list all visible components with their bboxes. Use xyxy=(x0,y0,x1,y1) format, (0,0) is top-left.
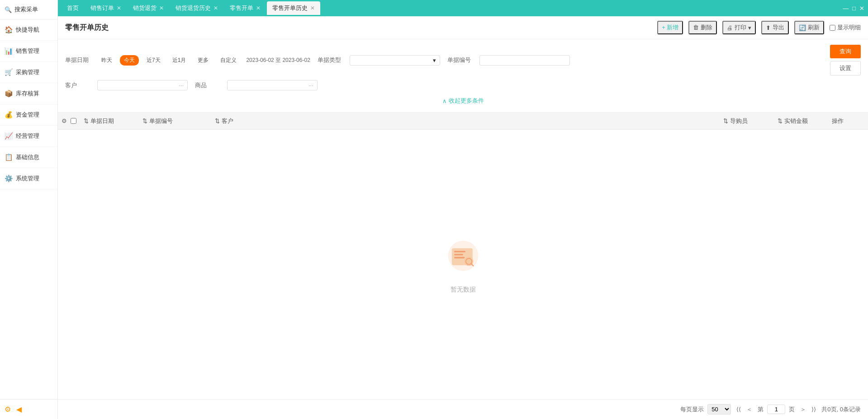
show-detail-label[interactable]: 显示明细 xyxy=(830,24,861,32)
search-icon: 🔍 xyxy=(5,6,12,13)
last-page-btn[interactable]: ⟩⟩ xyxy=(810,405,818,414)
setting-button[interactable]: 设置 xyxy=(830,61,861,75)
sidebar-item-purchase-mgmt[interactable]: 🛒 采购管理 xyxy=(0,62,57,83)
col-customer-label: 客户 xyxy=(222,117,233,125)
tab-sales-order[interactable]: 销售订单 ✕ xyxy=(85,1,127,15)
tab-retail-open-history-close[interactable]: ✕ xyxy=(310,5,315,11)
settings-icon[interactable]: ⚙ xyxy=(5,405,11,414)
query-button[interactable]: 查询 xyxy=(830,45,861,58)
col-header-guide[interactable]: ⇅ 导购员 xyxy=(720,117,774,125)
page-input[interactable] xyxy=(767,405,785,414)
tab-retail-open[interactable]: 零售开单 ✕ xyxy=(224,1,266,15)
sidebar-item-label: 销售管理 xyxy=(16,47,39,55)
sidebar-search-label: 搜索采单 xyxy=(14,5,38,14)
sidebar-item-inventory[interactable]: 📦 库存核算 xyxy=(0,83,57,104)
filter-area: 单据日期 昨天 今天 近7天 近1月 更多 自定义 2023-06-02 至 2… xyxy=(58,39,868,113)
sidebar-item-sales-mgmt[interactable]: 📊 销售管理 xyxy=(0,41,57,62)
tab-home-label: 首页 xyxy=(67,4,79,12)
collapse-icon: ∧ xyxy=(442,98,447,104)
col-header-sn[interactable]: ⇅ 单据编号 xyxy=(139,117,211,125)
sidebar-item-finance[interactable]: 💰 资金管理 xyxy=(0,104,57,126)
date-btn-more[interactable]: 更多 xyxy=(194,55,213,66)
col-header-customer[interactable]: ⇅ 客户 xyxy=(211,117,720,125)
tab-retail-open-label: 零售开单 xyxy=(230,4,253,12)
print-arrow: ▾ xyxy=(748,24,751,31)
col-header-date[interactable]: ⇅ 单据日期 xyxy=(80,117,139,125)
col-header-amount[interactable]: ⇅ 实销金额 xyxy=(774,117,828,125)
tab-sales-return-close[interactable]: ✕ xyxy=(159,5,164,11)
collapse-icon[interactable]: ◀ xyxy=(16,405,22,414)
refresh-label: 刷新 xyxy=(808,24,820,32)
next-page-btn[interactable]: ＞ xyxy=(798,405,808,414)
first-page-btn[interactable]: ⟨⟨ xyxy=(735,405,743,414)
collapse-btn[interactable]: ∧ 收起更多条件 xyxy=(65,95,861,107)
export-icon: ⬆ xyxy=(766,24,771,31)
date-btn-7days[interactable]: 近7天 xyxy=(142,55,165,66)
col-guide-label: 导购员 xyxy=(730,117,748,125)
home-icon: 🏠 xyxy=(5,26,13,34)
goods-select[interactable]: ··· xyxy=(227,80,318,90)
tab-retail-open-history-label: 零售开单历史 xyxy=(272,4,308,12)
sidebar-item-quick-nav[interactable]: 🏠 快捷导航 xyxy=(0,19,57,41)
page-title: 零售开单历史 xyxy=(65,23,109,33)
page-header: 零售开单历史 + 新增 🗑 删除 🖨 打印 ▾ ⬆ 导出 🔄 刷新 xyxy=(58,16,868,39)
sort-icon: ⇅ xyxy=(723,118,728,124)
sidebar-item-label: 采购管理 xyxy=(16,68,39,76)
sidebar-item-label: 基础信息 xyxy=(16,153,39,161)
prev-page-btn[interactable]: ＜ xyxy=(745,405,754,414)
sidebar-item-label: 库存核算 xyxy=(16,89,39,98)
show-detail-checkbox[interactable] xyxy=(830,25,835,31)
sn-label: 单据编号 xyxy=(447,56,472,64)
operation-icon: 📈 xyxy=(5,132,13,140)
print-icon: 🖨 xyxy=(727,24,733,31)
tab-retail-open-close[interactable]: ✕ xyxy=(256,5,261,11)
sort-icon: ⇅ xyxy=(142,118,147,124)
export-button[interactable]: ⬆ 导出 xyxy=(761,21,789,34)
date-btn-today[interactable]: 今天 xyxy=(120,55,139,66)
delete-button[interactable]: 🗑 删除 xyxy=(688,21,717,34)
customer-dots: ··· xyxy=(179,82,184,89)
collapse-label: 收起更多条件 xyxy=(449,97,484,105)
refresh-button[interactable]: 🔄 刷新 xyxy=(794,21,824,34)
select-all-checkbox[interactable] xyxy=(71,118,76,124)
customer-label: 客户 xyxy=(65,81,90,89)
column-settings-icon[interactable]: ⚙ xyxy=(62,118,67,124)
filter-row-1: 单据日期 昨天 今天 近7天 近1月 更多 自定义 2023-06-02 至 2… xyxy=(65,45,861,75)
tab-retail-open-history[interactable]: 零售开单历史 ✕ xyxy=(267,1,320,15)
col-header-action: 操作 xyxy=(828,117,864,125)
date-btn-yesterday[interactable]: 昨天 xyxy=(97,55,116,66)
sidebar-item-operation[interactable]: 📈 经营管理 xyxy=(0,126,57,147)
table-header: ⚙ ⇅ 单据日期 ⇅ 单据编号 ⇅ 客户 ⇅ 导购员 xyxy=(58,113,868,130)
cart-icon: 🛒 xyxy=(5,68,13,76)
tab-sales-order-close[interactable]: ✕ xyxy=(117,5,121,11)
sidebar-search[interactable]: 🔍 搜索采单 xyxy=(0,0,57,19)
window-close[interactable]: ✕ xyxy=(859,5,864,12)
pagination: 每页显示 50 10 20 100 ⟨⟨ ＜ 第 页 ＞ ⟩⟩ 共0页, 0条记… xyxy=(58,399,868,419)
tab-sales-return-history-close[interactable]: ✕ xyxy=(213,5,218,11)
chart-icon: 📊 xyxy=(5,47,13,55)
print-label: 打印 xyxy=(735,24,746,32)
customer-select[interactable]: ··· xyxy=(97,80,188,90)
sidebar-item-basic-info[interactable]: 📋 基础信息 xyxy=(0,147,57,168)
goods-label: 商品 xyxy=(195,81,220,89)
tab-home[interactable]: 首页 xyxy=(62,1,84,15)
date-filters: 昨天 今天 近7天 近1月 更多 自定义 2023-06-02 至 2023-0… xyxy=(97,55,310,66)
new-button[interactable]: + 新增 xyxy=(657,21,683,34)
sidebar-item-sys-mgmt[interactable]: ⚙️ 系统管理 xyxy=(0,168,57,189)
sidebar-item-label: 快捷导航 xyxy=(16,26,39,34)
tab-sales-return[interactable]: 销货退货 ✕ xyxy=(128,1,169,15)
tab-sales-return-history[interactable]: 销货退货历史 ✕ xyxy=(170,1,223,15)
print-button[interactable]: 🖨 打印 ▾ xyxy=(722,21,756,34)
sn-input[interactable] xyxy=(479,55,570,66)
tab-sales-order-label: 销售订单 xyxy=(90,4,114,12)
window-minimize[interactable]: — xyxy=(843,5,849,12)
table-area: ⚙ ⇅ 单据日期 ⇅ 单据编号 ⇅ 客户 ⇅ 导购员 xyxy=(58,113,868,399)
date-btn-1month[interactable]: 近1月 xyxy=(168,55,190,66)
empty-illustration xyxy=(441,235,486,280)
type-select[interactable]: ▾ xyxy=(350,55,440,66)
content-area: 零售开单历史 + 新增 🗑 删除 🖨 打印 ▾ ⬆ 导出 🔄 刷新 xyxy=(58,16,868,419)
col-date-label: 单据日期 xyxy=(90,117,114,125)
window-maximize[interactable]: □ xyxy=(852,5,856,12)
date-btn-custom[interactable]: 自定义 xyxy=(216,55,241,66)
per-page-select[interactable]: 50 10 20 100 xyxy=(707,404,731,414)
